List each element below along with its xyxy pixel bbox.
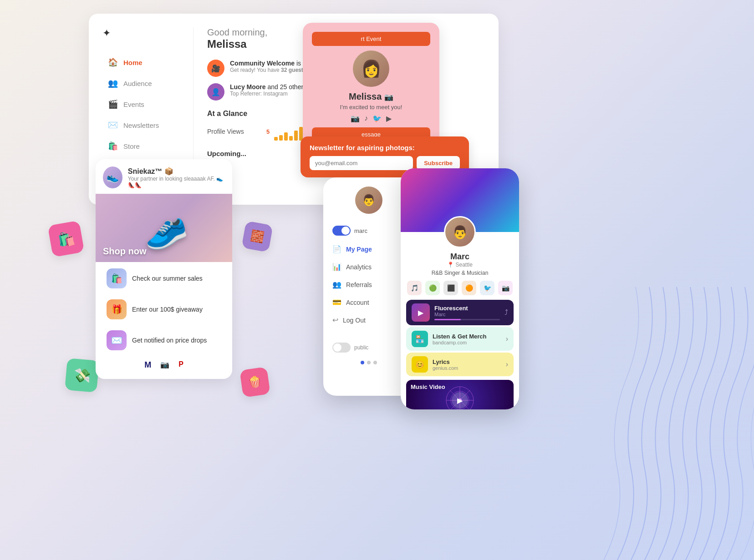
play-button[interactable]: ▶ [452,392,468,409]
toggle-switch[interactable] [332,226,351,236]
chevron-lyrics-icon: › [506,360,508,368]
spotify-icon[interactable]: 🟢 [425,281,440,295]
tiktok-icon[interactable]: ♪ [364,114,368,123]
merch-icon: 🏪 [412,331,428,347]
nav-phone-avatar: 👨 [355,187,382,214]
toggle-switch-bottom[interactable] [332,343,351,353]
music-phone: 👨 Marc 📍 Seattle R&B Singer & Musician 🎵… [401,168,519,409]
track-artist: Marc [434,312,500,317]
twitter-music-icon[interactable]: 🐦 [480,281,494,295]
newsletters-icon: ✉️ [108,120,118,130]
music-note-icon[interactable]: 🎵 [407,281,422,295]
store-name: Sniekaz™ 📦 [128,167,225,176]
price-drops-icon: ✉️ [107,330,127,350]
floating-blocks-card: 🧱 [241,221,273,252]
floating-popcorn-card: 🍿 [239,367,270,398]
sidebar-item-audience[interactable]: 👥 Audience [102,74,184,93]
store-tagline: Your partner in looking sleaaaak AF. 👟👠👠 [128,176,225,188]
nav-logout-label: Log Out [343,317,366,324]
music-video-label: Music Video [411,383,445,390]
profile-name: Melissa 📷 [312,91,430,102]
newsletter-email-input[interactable] [310,156,413,170]
profile-card: rt Event 👩 Melissa 📷 I'm excited to meet… [303,23,439,151]
chevron-merch-icon: › [506,335,508,343]
btn-start-event[interactable]: rt Event [312,32,430,46]
logout-icon: ↩ [332,316,338,324]
instagram-icon[interactable]: 📷 [351,114,360,123]
pinterest-icon[interactable]: P [178,360,183,370]
music-location: 📍 Seattle [406,262,514,268]
nav-subtitle-bottom: public [354,344,368,351]
track-thumbnail: ▶ [412,303,430,322]
profile-bio: I'm excited to meet you! [312,104,430,111]
instagram-music-icon[interactable]: 📷 [498,281,513,295]
music-bio: R&B Singer & Musician [406,270,514,276]
nav-username: marc [354,227,367,234]
merch-text: Listen & Get Merch bandcamp.com [433,333,501,345]
giveaway-icon: 🎁 [107,299,127,319]
twitter-icon[interactable]: 🐦 [372,114,382,123]
bar-5 [294,131,298,141]
price-drops-text: Get notified on price drops [132,337,207,344]
store-hero-text: Shop now [103,246,147,257]
bar-2 [279,135,283,141]
track-title: Fluorescent [434,305,500,312]
nav-analytics-label: Analytics [346,263,372,271]
chart-value-start: 5 [266,128,270,135]
blue-waves-decoration [595,287,754,560]
home-icon: 🏠 [108,57,118,67]
dot-1 [361,361,364,364]
sidebar-item-store[interactable]: 🛍️ Store [102,136,184,156]
store-list-item-3[interactable]: ✉️ Get notified on price drops [99,326,229,355]
music-phone-header: 👨 [401,168,519,232]
store-list-item-2[interactable]: 🎁 Enter our 100$ giveaway [99,295,229,324]
track-progress-bar[interactable] [434,319,500,320]
location-pin-icon: 📍 [447,262,454,268]
music-video-section: Music Video from from Marc ▶ [406,380,514,409]
track-share-icon[interactable]: ⤴ [504,308,508,317]
music-avatar: 👨 [444,216,476,248]
store-card: 👟 Sniekaz™ 📦 Your partner in looking sle… [96,159,232,379]
audience-icon: 👥 [108,78,118,88]
soundcloud-icon[interactable]: 🟠 [462,281,476,295]
bandcamp-icon[interactable]: ⬛ [443,281,458,295]
referrals-icon: 👥 [332,280,341,289]
notif-icon-video: 🎥 [207,60,224,77]
toggle-knob-bottom [333,343,341,352]
nav-account-label: Account [346,299,369,306]
notif-icon-user: 👤 [207,83,224,101]
music-link-merch[interactable]: 🏪 Listen & Get Merch bandcamp.com › [406,327,514,351]
sidebar-logo: ✦ [102,27,184,39]
sidebar-item-home[interactable]: 🏠 Home [102,53,184,72]
music-link-lyrics[interactable]: 😊 Lyrics genius.com › [406,353,514,376]
profile-social-icons: 📷 ♪ 🐦 ▶ [312,114,430,123]
floating-bags-card: 🛍️ [47,220,84,257]
giveaway-text: Enter our 100$ giveaway [132,306,203,313]
store-social-links: M 📷 P [96,357,232,370]
bar-3 [284,132,288,141]
track-info: Fluorescent Marc [434,305,500,320]
sidebar-item-events[interactable]: 🎬 Events [102,95,184,114]
instagram-store-icon[interactable]: 📷 [160,360,169,370]
toggle-knob [341,227,350,235]
mypage-icon: 📄 [332,245,341,253]
store-header: 👟 Sniekaz™ 📦 Your partner in looking sle… [96,159,232,194]
events-icon: 🎬 [108,99,118,109]
dot-2 [367,361,371,364]
bar-1 [274,137,278,141]
music-social-icons: 🎵 🟢 ⬛ 🟠 🐦 📷 [406,281,514,295]
nav-referrals-label: Referrals [346,281,372,288]
account-icon: 💳 [332,298,341,307]
summer-sales-text: Check our summer sales [132,275,203,282]
store-list-item-1[interactable]: 🛍️ Check our summer sales [99,264,229,293]
sidebar-item-newsletters[interactable]: ✉️ Newsletters [102,116,184,135]
youtube-icon[interactable]: ▶ [386,114,392,123]
medium-icon[interactable]: M [144,360,151,370]
profile-avatar: 👩 [353,50,389,87]
music-track: ▶ Fluorescent Marc ⤴ [406,300,514,325]
store-icon: 🛍️ [108,141,118,151]
music-name: Marc [406,252,514,262]
analytics-icon: 📊 [332,262,341,271]
nav-mypage-label: My Page [346,246,372,253]
lyrics-icon: 😊 [412,356,428,373]
